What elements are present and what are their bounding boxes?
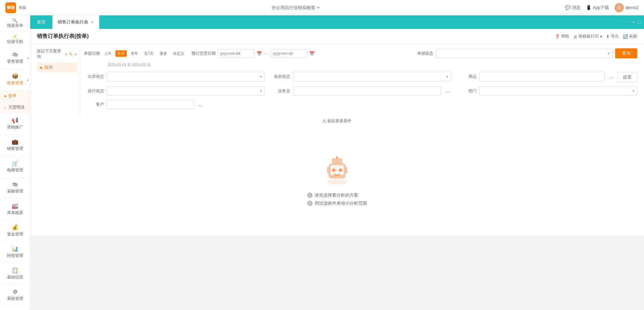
- sidebar-item-wholesale[interactable]: 📦 批发管理 ▴: [0, 69, 30, 90]
- sidebar-item-system[interactable]: ⚙ 系统管理: [0, 285, 30, 306]
- date-btn-custom[interactable]: 自定义: [171, 50, 186, 57]
- exec-status-select[interactable]: [107, 86, 265, 96]
- export-button[interactable]: ⬇ 导出: [606, 34, 619, 39]
- collapse-chevron-icon: ⋀: [323, 119, 326, 123]
- sidebar-item-ecommerce[interactable]: 🛒 电商管理: [0, 156, 30, 177]
- sidebar-item-purchase[interactable]: 🛍 采购管理: [0, 177, 30, 199]
- svg-rect-5: [327, 167, 330, 173]
- sidebar-item-finance[interactable]: 💰 资金管理: [0, 220, 30, 242]
- system-icon: ⚙: [13, 289, 17, 295]
- date-btn-this-month[interactable]: 本月: [115, 50, 127, 57]
- calendar-end-icon[interactable]: 📅: [309, 51, 315, 56]
- refresh-button[interactable]: 🔄 刷新: [623, 34, 637, 39]
- sales-icon: 💼: [12, 139, 18, 145]
- filter-row-2: 出库状态 收款状态: [84, 71, 637, 82]
- scheme-item-press[interactable]: ● 按单: [37, 62, 77, 72]
- salesman-input[interactable]: [293, 86, 441, 96]
- app-download-label: App下载: [593, 5, 609, 11]
- salesman-label: 业务员: [270, 88, 290, 94]
- app-download-button[interactable]: 📱 App下载: [586, 5, 609, 11]
- sidebar-item-operation[interactable]: 📊 经营管理: [0, 242, 30, 263]
- sidebar-item-basic[interactable]: 📋 基础信息: [0, 263, 30, 285]
- sidebar-search[interactable]: 🔍 搜索菜单: [0, 15, 30, 32]
- date-btn-last-month[interactable]: 上月: [102, 50, 113, 57]
- page-header: 销售订单执行表(按单) ❓ 帮助 🖨 按模板打印 ▾ ⬇ 导出: [30, 29, 644, 44]
- date-btn-more[interactable]: 更多: [158, 50, 169, 57]
- doc-status-field: 单据状态 查询: [417, 48, 637, 58]
- salesman-more-button[interactable]: ...: [444, 88, 451, 94]
- tip-num-1: 1: [307, 193, 313, 198]
- expand-icon: ▾: [27, 56, 29, 60]
- customer-more-button[interactable]: ...: [197, 101, 204, 107]
- top-bar-left: 畅捷 标版: [5, 2, 26, 13]
- sidebar-sub-item-press[interactable]: ● 按单: [0, 90, 30, 102]
- calendar-start-icon[interactable]: 📅: [257, 51, 262, 56]
- scheme-edit-button[interactable]: ✎: [69, 51, 73, 57]
- dept-select[interactable]: [479, 86, 637, 96]
- customer-label: 客户: [84, 102, 104, 107]
- customer-input[interactable]: [107, 100, 194, 109]
- sidebar-sub-wholesale: ● 按单 ○ 欠货情况: [0, 90, 30, 113]
- tab-maximize-icon[interactable]: □: [638, 19, 641, 25]
- quick-nav-label: 快捷导航: [2, 39, 28, 45]
- tab-minimize-icon[interactable]: ─: [632, 19, 635, 25]
- sidebar-item-enterprise[interactable]: 🤝 企业协同: [0, 306, 30, 310]
- payment-status-select[interactable]: [293, 72, 451, 81]
- expected-date-end-input[interactable]: [270, 49, 307, 58]
- exec-status-select-wrap: [107, 86, 265, 96]
- goods-input[interactable]: [479, 72, 605, 81]
- filter-content-wrapper: 按以下方案查询 + ✎ « ● 按单: [30, 44, 644, 126]
- sidebar-sub-item-debt[interactable]: ○ 欠货情况: [0, 102, 30, 113]
- sidebar-item-label: 资金管理: [7, 231, 23, 237]
- sidebar-item-retail[interactable]: 🛍 零售管理 ▾: [0, 48, 30, 69]
- operation-icon: 📊: [12, 246, 18, 252]
- sidebar-quick-nav[interactable]: ⚡ 快捷导航: [0, 32, 30, 48]
- ship-status-label: 出库状态: [84, 74, 104, 80]
- settings-button[interactable]: 设置: [617, 72, 637, 82]
- doc-status-select[interactable]: [436, 49, 612, 58]
- collapse-button[interactable]: ⋀ 收起更多条件: [323, 118, 352, 124]
- tab-home[interactable]: 首页: [30, 15, 52, 29]
- date-btn-7days[interactable]: 近7天: [142, 50, 156, 57]
- print-button[interactable]: 🖨 按模板打印 ▾: [573, 34, 602, 39]
- print-expand-icon: ▾: [600, 34, 602, 39]
- debt-label: 欠货情况: [8, 104, 24, 110]
- tip-text-1: 请先选择要分析的方案: [315, 192, 358, 198]
- tab-bar-actions: ─ □: [629, 15, 644, 29]
- search-icon: 🔍: [2, 18, 28, 23]
- single-date-label: 单据日期: [84, 51, 100, 56]
- scheme-collapse-button[interactable]: «: [74, 51, 77, 57]
- help-label: 帮助: [561, 34, 569, 39]
- user-profile[interactable]: E demo2: [614, 3, 639, 12]
- top-nav-expand-icon[interactable]: ▾: [317, 5, 320, 10]
- finance-icon: 💰: [12, 224, 18, 230]
- refresh-icon: 🔄: [623, 34, 628, 39]
- sidebar-item-inventory[interactable]: 🏭 库存核算: [0, 199, 30, 220]
- goods-label: 商品: [457, 74, 477, 80]
- tab-close-icon[interactable]: ×: [91, 19, 94, 25]
- message-button[interactable]: 💬 消息: [565, 5, 581, 11]
- top-nav: 办公用品行业模拟账套 ▾: [272, 5, 320, 11]
- press-icon: ●: [4, 94, 6, 98]
- ship-status-select[interactable]: [107, 72, 265, 81]
- expected-date-start-input[interactable]: [218, 49, 255, 58]
- scheme-add-button[interactable]: +: [65, 51, 67, 57]
- exec-status-label: 执行状态: [84, 88, 104, 94]
- debt-icon: ○: [4, 105, 6, 110]
- sidebar-item-label: 电商管理: [7, 167, 23, 173]
- expected-date-field: 预计交货日期 📅 — 📅: [192, 49, 412, 58]
- basic-icon: 📋: [12, 267, 18, 273]
- help-button[interactable]: ❓ 帮助: [555, 34, 569, 39]
- sidebar-item-sales[interactable]: 💼 销售管理: [0, 135, 30, 156]
- tab-active[interactable]: 销售订单执行表 ×: [52, 15, 99, 29]
- inventory-icon: 🏭: [12, 203, 18, 209]
- sidebar-item-label: 经营管理: [7, 253, 23, 259]
- ecommerce-icon: 🛒: [12, 160, 18, 166]
- tab-active-label: 销售订单执行表: [58, 19, 88, 25]
- goods-more-button[interactable]: ...: [607, 73, 614, 80]
- sidebar-item-marketing[interactable]: 📢 营销推广: [0, 113, 30, 135]
- top-nav-title: 办公用品行业模拟账套: [272, 5, 315, 11]
- date-btn-this-year[interactable]: 本年: [129, 50, 140, 57]
- tip-num-2: 2: [307, 201, 313, 206]
- query-button[interactable]: 查询: [615, 48, 637, 58]
